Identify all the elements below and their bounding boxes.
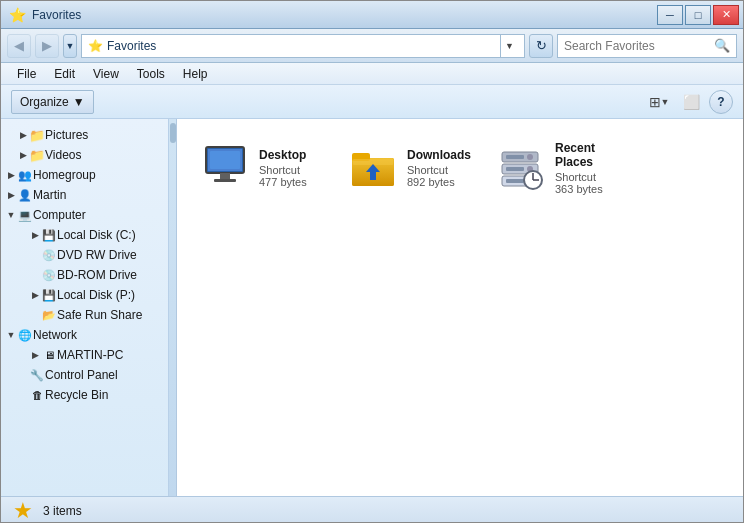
title-bar-left: ⭐ Favorites: [9, 7, 81, 23]
nav-bar: ◀ ▶ ▼ ⭐ ▼ ↻ 🔍: [1, 29, 743, 63]
sidebar-item-local-c[interactable]: ▶ 💾 Local Disk (C:): [1, 225, 168, 245]
sidebar-item-safe-run[interactable]: 📂 Safe Run Share: [1, 305, 168, 325]
sidebar-item-martin[interactable]: ▶ 👤 Martin: [1, 185, 168, 205]
close-button[interactable]: ✕: [713, 5, 739, 25]
menu-edit[interactable]: Edit: [46, 65, 83, 83]
file-item-info: Downloads Shortcut 892 bytes: [407, 148, 473, 188]
file-item-info: Recent Places Shortcut 363 bytes: [555, 141, 621, 195]
organize-label: Organize: [20, 95, 69, 109]
file-item-downloads[interactable]: Downloads Shortcut 892 bytes: [341, 135, 481, 201]
sidebar-item-computer[interactable]: ▼ 💻 Computer: [1, 205, 168, 225]
address-bar: ⭐ ▼: [81, 34, 525, 58]
expand-icon: ▶: [29, 230, 41, 240]
sidebar-item-label: MARTIN-PC: [57, 348, 123, 362]
toolbar-right: ⊞ ▼ ⬜ ?: [645, 90, 733, 114]
bd-icon: 💿: [41, 267, 57, 283]
expand-icon: ▶: [17, 150, 29, 160]
menu-tools[interactable]: Tools: [129, 65, 173, 83]
dvd-icon: 💿: [41, 247, 57, 263]
homegroup-icon: 👥: [17, 167, 33, 183]
sidebar-item-recycle-bin[interactable]: 🗑 Recycle Bin: [1, 385, 168, 405]
svg-rect-17: [506, 167, 524, 171]
recent-places-icon: [497, 144, 545, 192]
organize-button[interactable]: Organize ▼: [11, 90, 94, 114]
drive-icon: 💾: [41, 227, 57, 243]
status-star-icon: ★: [13, 498, 33, 524]
back-button[interactable]: ◀: [7, 34, 31, 58]
address-input[interactable]: [107, 39, 496, 53]
dropdown-arrow-button[interactable]: ▼: [63, 34, 77, 58]
user-icon: 👤: [17, 187, 33, 203]
menu-file[interactable]: File: [9, 65, 44, 83]
sidebar-item-label: DVD RW Drive: [57, 248, 137, 262]
toolbar: Organize ▼ ⊞ ▼ ⬜ ?: [1, 85, 743, 119]
file-item-recent-places[interactable]: Recent Places Shortcut 363 bytes: [489, 135, 629, 201]
window-title: Favorites: [32, 8, 81, 22]
title-bar: ⭐ Favorites ─ □ ✕: [1, 1, 743, 29]
sidebar: ▶ 📁 Pictures ▶ 📁 Videos ▶ 👥 Homegroup ▶ …: [1, 119, 169, 496]
address-dropdown-button[interactable]: ▼: [500, 35, 518, 57]
sidebar-item-homegroup[interactable]: ▶ 👥 Homegroup: [1, 165, 168, 185]
menu-bar: File Edit View Tools Help: [1, 63, 743, 85]
folder-icon: 📁: [29, 147, 45, 163]
sidebar-item-local-p[interactable]: ▶ 💾 Local Disk (P:): [1, 285, 168, 305]
expand-icon: ▶: [5, 190, 17, 200]
file-item-desktop[interactable]: Desktop Shortcut 477 bytes: [193, 135, 333, 201]
sidebar-item-pictures[interactable]: ▶ 📁 Pictures: [1, 125, 168, 145]
control-panel-icon: 🔧: [29, 367, 45, 383]
file-item-info: Desktop Shortcut 477 bytes: [259, 148, 325, 188]
search-icon: 🔍: [714, 38, 730, 53]
layout-button[interactable]: ⬜: [677, 90, 705, 114]
expand-icon: ▶: [17, 130, 29, 140]
sidebar-item-martin-pc[interactable]: ▶ 🖥 MARTIN-PC: [1, 345, 168, 365]
address-star-icon: ⭐: [88, 39, 103, 53]
minimize-button[interactable]: ─: [657, 5, 683, 25]
forward-button[interactable]: ▶: [35, 34, 59, 58]
menu-view[interactable]: View: [85, 65, 127, 83]
pc-icon: 🖥: [41, 347, 57, 363]
sidebar-item-label: Control Panel: [45, 368, 118, 382]
file-pane: Desktop Shortcut 477 bytes: [177, 119, 743, 496]
sidebar-item-label: Local Disk (C:): [57, 228, 136, 242]
sidebar-item-network[interactable]: ▼ 🌐 Network: [1, 325, 168, 345]
sidebar-item-label: Safe Run Share: [57, 308, 142, 322]
sidebar-item-bd-rom[interactable]: 💿 BD-ROM Drive: [1, 265, 168, 285]
sidebar-scrollbar[interactable]: [169, 119, 177, 496]
view-arrow-icon: ▼: [661, 97, 670, 107]
sidebar-item-label: Martin: [33, 188, 66, 202]
svg-rect-16: [506, 155, 524, 159]
sidebar-item-label: Videos: [45, 148, 81, 162]
sidebar-item-videos[interactable]: ▶ 📁 Videos: [1, 145, 168, 165]
desktop-icon: [201, 144, 249, 192]
expand-arrow-icon: ▼: [5, 330, 17, 340]
search-input[interactable]: [564, 39, 714, 53]
title-bar-controls: ─ □ ✕: [657, 5, 739, 25]
drive-p-icon: 💾: [41, 287, 57, 303]
sidebar-item-label: Computer: [33, 208, 86, 222]
view-icon: ⊞: [649, 94, 661, 110]
sidebar-item-label: Recycle Bin: [45, 388, 108, 402]
maximize-button[interactable]: □: [685, 5, 711, 25]
file-name: Downloads: [407, 148, 473, 162]
svg-rect-18: [506, 179, 524, 183]
main-area: ▶ 📁 Pictures ▶ 📁 Videos ▶ 👥 Homegroup ▶ …: [1, 119, 743, 496]
expand-icon: ▶: [29, 290, 41, 300]
sidebar-item-label: Pictures: [45, 128, 88, 142]
svg-rect-4: [210, 151, 240, 169]
recycle-bin-icon: 🗑: [29, 387, 45, 403]
file-name: Recent Places: [555, 141, 621, 169]
refresh-button[interactable]: ↻: [529, 34, 553, 58]
menu-help[interactable]: Help: [175, 65, 216, 83]
sidebar-item-control-panel[interactable]: 🔧 Control Panel: [1, 365, 168, 385]
help-button[interactable]: ?: [709, 90, 733, 114]
organize-arrow-icon: ▼: [73, 95, 85, 109]
layout-icon: ⬜: [683, 94, 700, 110]
sidebar-item-dvd-rw[interactable]: 💿 DVD RW Drive: [1, 245, 168, 265]
file-size: 477 bytes: [259, 176, 325, 188]
file-size: 363 bytes: [555, 183, 621, 195]
expand-icon: ▶: [29, 350, 41, 360]
expand-arrow-icon: ▼: [5, 210, 17, 220]
sidebar-item-label: Local Disk (P:): [57, 288, 135, 302]
view-toggle-button[interactable]: ⊞ ▼: [645, 90, 673, 114]
svg-rect-3: [214, 179, 236, 182]
